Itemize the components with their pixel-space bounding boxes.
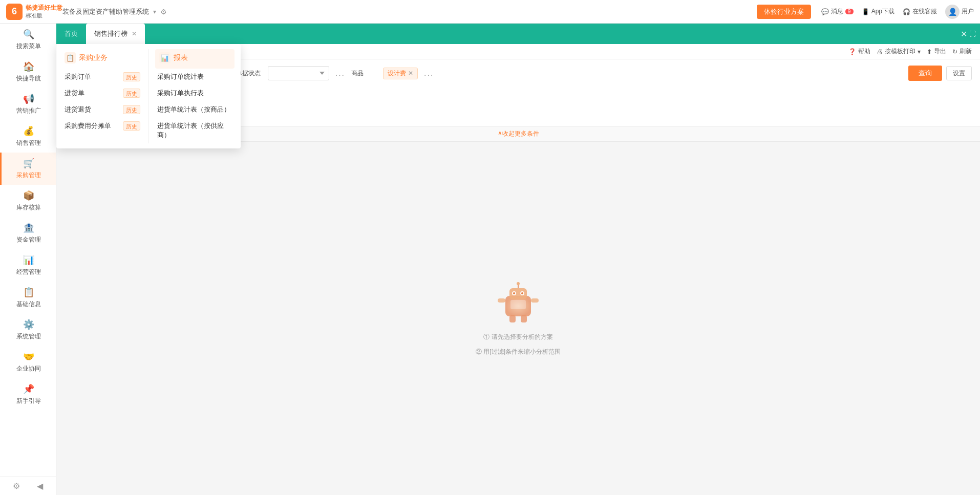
sidebar-item-purchase[interactable]: 🛒 采购管理 xyxy=(0,153,56,185)
purchase-section-label: 采购业务 xyxy=(79,53,108,62)
fund-icon: 🏦 xyxy=(23,222,34,233)
tab-bar: 首页 销售排行榜 ✕ ✕ ⛶ xyxy=(56,24,980,44)
sidebar-label-marketing: 营销推广 xyxy=(16,106,41,115)
purchase-return-history-badge: 历史 xyxy=(123,105,140,114)
query-button[interactable]: 查询 xyxy=(908,66,942,81)
tab-home-label: 首页 xyxy=(65,29,78,38)
sidebar-item-inventory[interactable]: 📦 库存核算 xyxy=(0,185,56,217)
avatar: 👤 xyxy=(945,5,960,19)
help-action[interactable]: ❓ 帮助 xyxy=(848,47,870,56)
collab-icon: 🤝 xyxy=(23,351,34,362)
search-icon: 🔍 xyxy=(23,29,34,40)
purchase-section-title: 📋 采购业务 xyxy=(62,49,142,69)
empty-state: ① 请先选择要分析的方案 ② 用[过滤]条件来缩小分析范围 xyxy=(476,281,561,356)
menu-item-purchase-return[interactable]: 进货退货 历史 xyxy=(62,101,142,118)
goods-tag: 设计费 ✕ xyxy=(383,68,418,79)
sidebar-item-fund[interactable]: 🏦 资金管理 xyxy=(0,217,56,249)
empty-illustration xyxy=(490,281,546,327)
print-icon: 🖨 xyxy=(877,48,883,55)
print-action[interactable]: 🖨 按模板打印 ▾ xyxy=(877,47,921,56)
brand-edition: 标准版 xyxy=(26,12,62,19)
tab-sales-rank-label: 销售排行榜 xyxy=(94,29,127,38)
sidebar-label-collab: 企业协同 xyxy=(16,364,41,373)
goods-stats-product-label: 进货单统计表（按商品） xyxy=(157,105,230,114)
logo-icon: 6 xyxy=(6,4,23,20)
svg-rect-1 xyxy=(509,288,527,299)
menu-item-purchase-goods[interactable]: 进货单 历史 xyxy=(62,85,142,101)
empty-hint-1-text: 请先选择要分析的方案 xyxy=(492,333,553,340)
tab-close-window-icon[interactable]: ✕ xyxy=(961,29,967,39)
top-header: 6 畅捷通好生意 标准版 装备及固定资产辅助管理系统 ▾ ⚙ 体验行业方案 💬 … xyxy=(0,0,980,24)
message-icon: 💬 xyxy=(821,8,829,15)
headset-icon: 🎧 xyxy=(903,8,910,15)
purchase-dropdown-menu: 📋 采购业务 采购订单 历史 进货单 历史 进货退货 历史 采购费用分摊单 历史… xyxy=(56,44,241,148)
menu-item-order-exec[interactable]: 采购订单执行表 xyxy=(155,85,235,101)
tab-actions: ✕ ⛶ xyxy=(961,29,980,39)
tab-home[interactable]: 首页 xyxy=(56,24,86,44)
sidebar-label-newbie: 新手引导 xyxy=(16,397,41,405)
settings-footer-icon[interactable]: ⚙ xyxy=(13,481,20,491)
header-right-area: 💬 消息 9 📱 App下载 🎧 在线客服 👤 用户 xyxy=(821,5,974,19)
settings-button[interactable]: 设置 xyxy=(946,66,972,80)
help-label: 帮助 xyxy=(858,47,870,56)
report-section-title: 📊 报表 xyxy=(155,49,235,69)
app-download-label: App下载 xyxy=(871,7,894,16)
tab-maximize-icon[interactable]: ⛶ xyxy=(969,30,976,38)
collapse-icon: ∧ xyxy=(498,130,502,138)
svg-rect-8 xyxy=(498,298,505,303)
sidebar-item-basic[interactable]: 📋 基础信息 xyxy=(0,282,56,314)
empty-hint-2-text: 用[过滤]条件来缩小分析范围 xyxy=(483,348,561,355)
menu-item-goods-stats-product[interactable]: 进货单统计表（按商品） xyxy=(155,101,235,118)
industry-solution-button[interactable]: 体验行业方案 xyxy=(757,5,811,19)
marketing-icon: 📢 xyxy=(23,93,34,104)
menu-item-order-stats[interactable]: 采购订单统计表 xyxy=(155,69,235,85)
message-item[interactable]: 💬 消息 9 xyxy=(821,7,854,16)
purchase-order-history-badge: 历史 xyxy=(123,72,140,81)
goods-label: 商品 xyxy=(351,69,377,78)
collapse-sidebar-icon[interactable]: ◀ xyxy=(37,481,43,491)
sidebar-item-operation[interactable]: 📊 经营管理 xyxy=(0,249,56,282)
operation-icon: 📊 xyxy=(23,254,34,266)
sidebar-item-newbie[interactable]: 📌 新手引导 xyxy=(0,378,56,411)
gear-icon[interactable]: ⚙ xyxy=(160,8,167,16)
sidebar-item-search[interactable]: 🔍 搜索菜单 xyxy=(0,24,56,56)
refresh-icon: ↻ xyxy=(952,48,957,55)
tab-sales-rank[interactable]: 销售排行榜 ✕ xyxy=(86,24,145,44)
message-label: 消息 xyxy=(831,7,843,16)
sidebar-item-marketing[interactable]: 📢 营销推广 xyxy=(0,88,56,120)
goods-stats-supplier-label: 进货单统计表（按供应商） xyxy=(157,121,233,140)
svg-rect-9 xyxy=(531,298,539,303)
sidebar-label-inventory: 库存核算 xyxy=(16,203,41,212)
svg-rect-12 xyxy=(510,300,526,309)
report-section-icon: 📊 xyxy=(159,52,171,63)
app-download-item[interactable]: 📱 App下载 xyxy=(862,7,894,16)
purchase-section-icon: 📋 xyxy=(65,52,76,63)
svg-rect-11 xyxy=(521,315,527,322)
export-action[interactable]: ⬆ 导出 xyxy=(927,47,946,56)
order-exec-label: 采购订单执行表 xyxy=(157,89,204,98)
title-chevron-icon[interactable]: ▾ xyxy=(153,8,156,15)
sidebar-item-quick[interactable]: 🏠 快捷导航 xyxy=(0,56,56,88)
sidebar-item-collab[interactable]: 🤝 企业协同 xyxy=(0,346,56,378)
purchase-goods-history-badge: 历史 xyxy=(123,89,140,98)
user-item[interactable]: 👤 用户 xyxy=(945,5,974,19)
goods-tag-remove-icon[interactable]: ✕ xyxy=(408,70,413,77)
menu-item-goods-stats-supplier[interactable]: 进货单统计表（按供应商） xyxy=(155,118,235,143)
voucher-status-dots[interactable]: ... xyxy=(335,69,345,78)
menu-item-purchase-expense[interactable]: 采购费用分摊单 历史 xyxy=(62,118,142,134)
message-badge: 9 xyxy=(845,9,854,14)
sidebar-label-purchase: 采购管理 xyxy=(16,171,41,180)
refresh-action[interactable]: ↻ 刷新 xyxy=(952,47,972,56)
goods-tag-text: 设计费 xyxy=(388,69,406,78)
sidebar-item-sales[interactable]: 💰 销售管理 xyxy=(0,120,56,153)
sales-icon: 💰 xyxy=(23,125,34,137)
logo-area: 6 畅捷通好生意 标准版 xyxy=(6,4,62,20)
voucher-status-select[interactable] xyxy=(268,66,329,80)
online-service-label: 在线客服 xyxy=(912,7,937,16)
tab-close-icon[interactable]: ✕ xyxy=(132,30,137,37)
goods-dots[interactable]: ... xyxy=(424,69,434,78)
sidebar-item-system[interactable]: ⚙️ 系统管理 xyxy=(0,314,56,346)
online-service-item[interactable]: 🎧 在线客服 xyxy=(903,7,937,16)
purchase-expense-history-badge: 历史 xyxy=(123,121,140,131)
menu-item-purchase-order[interactable]: 采购订单 历史 xyxy=(62,69,142,85)
